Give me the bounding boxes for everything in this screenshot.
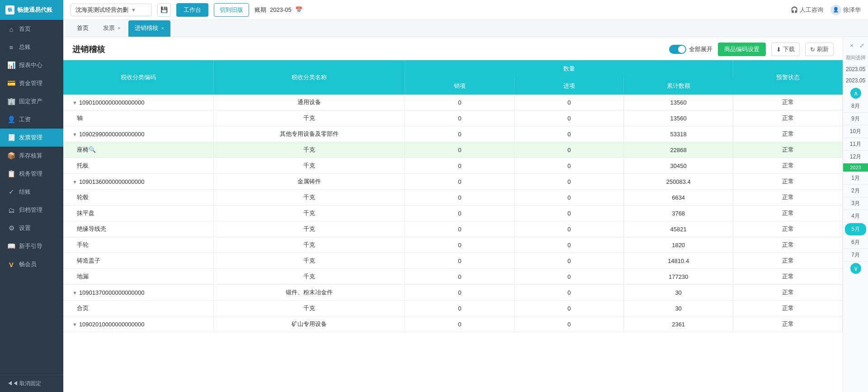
refresh-button[interactable]: ↻ 刷新 [805, 43, 834, 56]
month-5-active[interactable]: 5月 [845, 223, 866, 236]
company-name: 沈海英测试经营勿删 [75, 6, 128, 14]
tab-reconcile-close[interactable]: × [161, 25, 164, 31]
cell-warning: 正常 [733, 95, 843, 110]
content: 进销稽核 全部展开 商品编码设置 ⬇ 下载 ↻ 刷新 [63, 37, 868, 392]
month-1[interactable]: 1月 [843, 172, 868, 185]
topbar-right: 🎧 人工咨询 👤 徐泽华 [791, 5, 861, 15]
cell-purchase: 0 [514, 253, 624, 269]
sidebar-item-asset[interactable]: 🏢 固定资产 [0, 92, 63, 110]
service-button[interactable]: 🎧 人工咨询 [791, 6, 823, 14]
sidebar-label-ledger: 总账 [19, 43, 31, 51]
table-row: ▼10902010000000000000 矿山专用设备 0 0 2361 正常 [63, 316, 843, 332]
download-button[interactable]: ⬇ 下载 [771, 43, 800, 56]
expand-icon[interactable]: ▼ [72, 179, 77, 185]
sidebar-item-ledger[interactable]: ≡ 总账 [0, 38, 63, 56]
cell-unit: 千克 [214, 269, 405, 285]
cell-unit: 千克 [214, 206, 405, 221]
home-icon: ⌂ [7, 25, 15, 33]
toggle-all-switch[interactable] [669, 45, 686, 54]
cell-sales: 0 [405, 206, 514, 221]
user-info[interactable]: 👤 徐泽华 [830, 5, 861, 15]
expand-icon[interactable]: ▼ [72, 132, 77, 137]
table-row: ▼10901000000000000000 通用设备 0 0 13560 正常 [63, 95, 843, 110]
month-6[interactable]: 6月 [843, 236, 868, 249]
month-12[interactable]: 12月 [843, 151, 868, 163]
sidebar-label-guide: 新手引导 [19, 242, 42, 250]
sidebar-item-home[interactable]: ⌂ 首页 [0, 20, 63, 38]
sidebar-item-report[interactable]: 📊 报表中心 [0, 56, 63, 74]
cell-unit: 千克 [214, 237, 405, 253]
cell-warning: 正常 [733, 253, 843, 269]
switch-version-button[interactable]: 切到旧版 [214, 3, 249, 17]
cell-total: 45821 [624, 221, 733, 237]
sidebar-item-tax[interactable]: 📋 税务管理 [0, 165, 63, 183]
period-2023-05-top[interactable]: 2023.05 [843, 64, 868, 75]
cell-purchase: 0 [514, 110, 624, 126]
sidebar-item-invoice[interactable]: 🧾 发票管理 [0, 129, 63, 147]
month-3[interactable]: 3月 [843, 197, 868, 210]
month-8[interactable]: 8月 [843, 100, 868, 113]
product-code-button[interactable]: 商品编码设置 [718, 43, 766, 56]
sidebar-item-settings[interactable]: ⚙ 设置 [0, 219, 63, 237]
month-10[interactable]: 10月 [843, 125, 868, 138]
sidebar-item-payroll[interactable]: 👤 工资 [0, 110, 63, 129]
toggle-all-label: 全部展开 [689, 45, 712, 53]
cell-sales: 0 [405, 285, 514, 301]
sidebar-item-fund[interactable]: 💳 资金管理 [0, 74, 63, 92]
next-year-button[interactable]: ∨ [850, 263, 861, 274]
expand-icon[interactable]: ▼ [72, 322, 77, 327]
expand-icon[interactable]: ▼ [72, 290, 77, 296]
tab-invoice[interactable]: 发票 × [97, 20, 127, 37]
table-row: 地漏 千克 0 0 177230 正常 [63, 269, 843, 285]
workbench-button[interactable]: 工作台 [176, 3, 208, 17]
cell-total: 2361 [624, 316, 733, 332]
search-icon[interactable]: 🔍 [89, 146, 96, 153]
cell-unit: 千克 [214, 158, 405, 174]
cell-unit: 千克 [214, 110, 405, 126]
cell-sales: 0 [405, 190, 514, 206]
sidebar-item-guide[interactable]: 📖 新手引导 [0, 237, 63, 255]
prev-year-button[interactable]: ∧ [850, 88, 861, 99]
cell-unit: 千克 [214, 221, 405, 237]
th-tax-name: 税收分类名称 [214, 60, 405, 95]
month-9[interactable]: 9月 [843, 113, 868, 125]
topbar: 沈海英测试经营勿删 ▼ 💾 工作台 切到旧版 账期 2023-05 📅 🎧 人工… [63, 0, 868, 20]
tab-home[interactable]: 首页 [71, 20, 95, 37]
guide-icon: 📖 [7, 242, 15, 250]
month-4[interactable]: 4月 [843, 210, 868, 223]
period-value: 2023-05 [270, 6, 292, 13]
sidebar-label-asset: 固定资产 [19, 97, 42, 105]
sidebar-label-archive: 归档管理 [19, 206, 42, 214]
month-7[interactable]: 7月 [843, 249, 868, 262]
sidebar-item-member[interactable]: V 畅会员 [0, 255, 63, 273]
sidebar-item-archive[interactable]: 🗂 归档管理 [0, 201, 63, 219]
calendar-icon[interactable]: 📅 [295, 6, 302, 13]
cell-code: ▼10902010000000000000 [63, 316, 214, 332]
cell-purchase: 0 [514, 221, 624, 237]
cell-sales: 0 [405, 158, 514, 174]
month-2[interactable]: 2月 [843, 185, 868, 197]
unpin-button[interactable]: ◀◀ 取消固定 [0, 375, 63, 392]
sidebar-item-inventory[interactable]: 📦 库存核算 [0, 147, 63, 165]
close-panel-button[interactable]: × [847, 41, 856, 50]
tab-invoice-label: 发票 [103, 24, 115, 32]
period-2023-05-bottom[interactable]: 2023.05 [843, 75, 868, 86]
sidebar-item-close[interactable]: ✓ 结账 [0, 183, 63, 201]
month-11[interactable]: 11月 [843, 138, 868, 151]
cell-sales: 0 [405, 126, 514, 142]
tab-reconcile[interactable]: 进销稽核 × [128, 20, 170, 37]
company-selector[interactable]: 沈海英测试经营勿删 ▼ [71, 4, 152, 16]
cell-warning: 正常 [733, 158, 843, 174]
inventory-icon: 📦 [7, 152, 15, 160]
expand-icon[interactable]: ▼ [72, 100, 77, 105]
archive-icon: 🗂 [7, 206, 15, 214]
sidebar-label-settings: 设置 [19, 224, 31, 232]
cell-name: 其他专用设备及零部件 [214, 126, 405, 142]
tab-invoice-close[interactable]: × [118, 25, 120, 31]
service-label: 人工咨询 [800, 6, 823, 14]
save-button[interactable]: 💾 [157, 3, 171, 17]
page: 进销稽核 全部展开 商品编码设置 ⬇ 下载 ↻ 刷新 [63, 37, 843, 392]
expand-panel-button[interactable]: ⤢ [857, 41, 866, 50]
cell-code: 合页 [63, 301, 214, 316]
cell-code: ▼10901000000000000000 [63, 95, 214, 110]
